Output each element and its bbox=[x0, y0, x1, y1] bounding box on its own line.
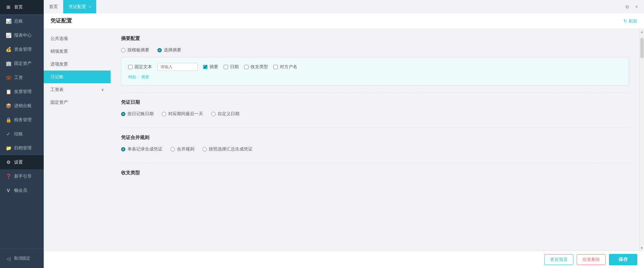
window-controls: ⧉ × bbox=[624, 0, 644, 13]
tab-voucher-config[interactable]: 凭证配置 × bbox=[63, 0, 97, 13]
sidebar-item-archive[interactable]: 📁 归档管理 bbox=[0, 141, 44, 155]
summary-checkbox-label[interactable]: 摘要 bbox=[203, 64, 218, 70]
example-prefix: 例如： bbox=[128, 75, 140, 79]
sidebar-item-purchases[interactable]: 📦 进销台账 bbox=[0, 99, 44, 113]
content-wrapper: 凭证配置 ↻ 刷新 公共选项 销项发票 进项发票 日记账 bbox=[44, 13, 644, 268]
left-nav-public[interactable]: 公共选项 bbox=[44, 32, 111, 45]
sidebar-label-assets: 固定资产 bbox=[14, 60, 32, 66]
sidebar-item-payroll[interactable]: 💼 工资 bbox=[0, 71, 44, 85]
tab-bar: 首页 凭证配置 × ⧉ × bbox=[44, 0, 644, 13]
summary-template-radio[interactable] bbox=[121, 48, 125, 52]
sidebar-item-guide[interactable]: ❓ 新手引导 bbox=[0, 169, 44, 183]
left-nav-journal[interactable]: 日记账 bbox=[44, 71, 111, 83]
sidebar-label-settings: 设置 bbox=[14, 159, 23, 165]
update-preview-button[interactable]: 更新预置 bbox=[544, 254, 573, 265]
income-type-checkbox-label[interactable]: 收支类型 bbox=[244, 64, 268, 70]
refresh-label: 刷新 bbox=[629, 18, 637, 24]
left-nav-purchase-invoice[interactable]: 进项发票 bbox=[44, 58, 111, 71]
single-record-radio[interactable] bbox=[121, 147, 125, 151]
summary-radio-template[interactable]: 按模板摘要 bbox=[121, 47, 149, 53]
date-radio-journal[interactable]: 按日记账日期 bbox=[121, 111, 154, 117]
left-nav-fixed-assets-label: 固定资产 bbox=[50, 99, 68, 105]
archive-icon: 📁 bbox=[5, 145, 11, 151]
sidebar-item-funds[interactable]: 💰 资金管理 bbox=[0, 42, 44, 56]
merge-section: 凭证合并规则 单条记录生成凭证 合并规则 按照选择汇总生成凭证 bbox=[121, 135, 629, 163]
purchases-icon: 📦 bbox=[5, 103, 11, 108]
date-radio-group: 按日记账日期 对应期间最后一天 自定义日期 bbox=[121, 111, 629, 117]
left-nav-sales-invoice[interactable]: 销项发票 bbox=[44, 45, 111, 58]
tab-close-button[interactable]: × bbox=[89, 5, 91, 9]
counterparty-checkbox[interactable] bbox=[273, 65, 278, 69]
period-last-label: 对应期间最后一天 bbox=[168, 111, 203, 117]
fixed-text-input[interactable] bbox=[157, 63, 198, 71]
sidebar-item-home[interactable]: ⊞ 首页 bbox=[0, 0, 44, 14]
settlement-icon: ✓ bbox=[5, 131, 11, 137]
left-nav-sales-label: 销项发票 bbox=[50, 48, 68, 54]
journal-date-radio[interactable] bbox=[121, 112, 125, 116]
sidebar-label-funds: 资金管理 bbox=[14, 46, 32, 52]
date-radio-custom[interactable]: 自定义日期 bbox=[211, 111, 239, 117]
counterparty-checkbox-label[interactable]: 对方户名 bbox=[273, 64, 297, 70]
window-restore-button[interactable]: ⧉ bbox=[624, 4, 631, 10]
period-last-radio[interactable] bbox=[162, 112, 166, 116]
chevron-down-icon: ∨ bbox=[101, 88, 104, 92]
summary-select-radio[interactable] bbox=[157, 48, 162, 52]
scroll-down-arrow[interactable]: ▼ bbox=[639, 245, 644, 251]
select-merge-radio[interactable] bbox=[202, 147, 207, 151]
date-checkbox-label[interactable]: 日期 bbox=[224, 64, 239, 70]
fixed-text-checkbox[interactable] bbox=[128, 65, 132, 69]
custom-date-radio[interactable] bbox=[211, 112, 216, 116]
sidebar-item-tax[interactable]: 🔒 税务管理 bbox=[0, 113, 44, 127]
batch-delete-button[interactable]: 批量删除 bbox=[577, 254, 606, 265]
summary-checkbox-text: 摘要 bbox=[210, 64, 218, 70]
sidebar-item-reports[interactable]: 📈 报表中心 bbox=[0, 28, 44, 42]
summary-radio-select[interactable]: 选择摘要 bbox=[157, 47, 181, 53]
scrollbar[interactable]: ▲ ▼ bbox=[639, 29, 644, 251]
left-nav-purchase-label: 进项发票 bbox=[50, 61, 68, 67]
income-type-checkbox[interactable] bbox=[244, 65, 249, 69]
summary-checkbox[interactable] bbox=[203, 65, 207, 69]
date-section-title: 凭证日期 bbox=[121, 99, 629, 105]
left-nav-payroll-table[interactable]: 工资表 ∨ bbox=[44, 83, 111, 96]
home-icon: ⊞ bbox=[5, 4, 11, 10]
sidebar-item-member[interactable]: V 畅会员 bbox=[0, 183, 44, 197]
scroll-up-arrow[interactable]: ▲ bbox=[639, 29, 644, 35]
sidebar-item-ledger[interactable]: 📊 总账 bbox=[0, 14, 44, 28]
save-button[interactable]: 保存 bbox=[609, 254, 637, 265]
unpin-label: 取消固定 bbox=[14, 256, 30, 261]
merge-radio-single[interactable]: 单条记录生成凭证 bbox=[121, 146, 162, 152]
unpin-button[interactable]: ◁ 取消固定 bbox=[0, 252, 44, 265]
date-checkbox[interactable] bbox=[224, 65, 228, 69]
left-nav-payroll-table-label: 工资表 bbox=[50, 87, 64, 93]
tab-voucher-config-label: 凭证配置 bbox=[69, 4, 86, 10]
main-wrapper: 首页 凭证配置 × ⧉ × 凭证配置 ↻ 刷新 公共选项 bbox=[44, 0, 644, 268]
merge-radio-select[interactable]: 按照选择汇总生成凭证 bbox=[202, 146, 253, 152]
right-content: 摘要配置 按模板摘要 选择摘要 bbox=[111, 29, 639, 251]
scroll-thumb[interactable] bbox=[640, 38, 644, 58]
date-label: 日期 bbox=[230, 64, 239, 70]
member-icon: V bbox=[5, 188, 11, 193]
window-close-button[interactable]: × bbox=[633, 4, 640, 9]
single-record-label: 单条记录生成凭证 bbox=[127, 146, 162, 152]
refresh-button[interactable]: ↻ 刷新 bbox=[623, 18, 637, 24]
merge-rule-radio[interactable] bbox=[171, 147, 175, 151]
reports-icon: 📈 bbox=[5, 33, 11, 38]
sidebar-item-settings[interactable]: ⚙ 设置 bbox=[0, 155, 44, 169]
left-nav-fixed-assets[interactable]: 固定资产 bbox=[44, 96, 111, 109]
sidebar-item-invoice-mgmt[interactable]: 📋 发票管理 bbox=[0, 85, 44, 99]
summary-section-title: 摘要配置 bbox=[121, 36, 629, 42]
summary-options-box: 固定文本 摘要 日期 bbox=[121, 57, 629, 86]
fixed-text-checkbox-label[interactable]: 固定文本 bbox=[128, 64, 152, 70]
sidebar: ⊞ 首页 📊 总账 📈 报表中心 💰 资金管理 🏢 固定资产 💼 工资 📋 发票… bbox=[0, 0, 44, 268]
select-merge-label: 按照选择汇总生成凭证 bbox=[209, 146, 253, 152]
merge-radio-rule[interactable]: 合并规则 bbox=[171, 146, 194, 152]
date-section: 凭证日期 按日记账日期 对应期间最后一天 自定义日期 bbox=[121, 99, 629, 128]
fixed-text-label: 固定文本 bbox=[135, 64, 152, 70]
sidebar-item-settlement[interactable]: ✓ 结账 bbox=[0, 127, 44, 141]
sidebar-item-assets[interactable]: 🏢 固定资产 bbox=[0, 56, 44, 71]
merge-radio-group: 单条记录生成凭证 合并规则 按照选择汇总生成凭证 bbox=[121, 146, 629, 152]
merge-rule-label: 合并规则 bbox=[177, 146, 194, 152]
date-radio-period-last[interactable]: 对应期间最后一天 bbox=[162, 111, 203, 117]
tab-home[interactable]: 首页 bbox=[44, 0, 63, 13]
tab-home-label: 首页 bbox=[49, 4, 58, 10]
